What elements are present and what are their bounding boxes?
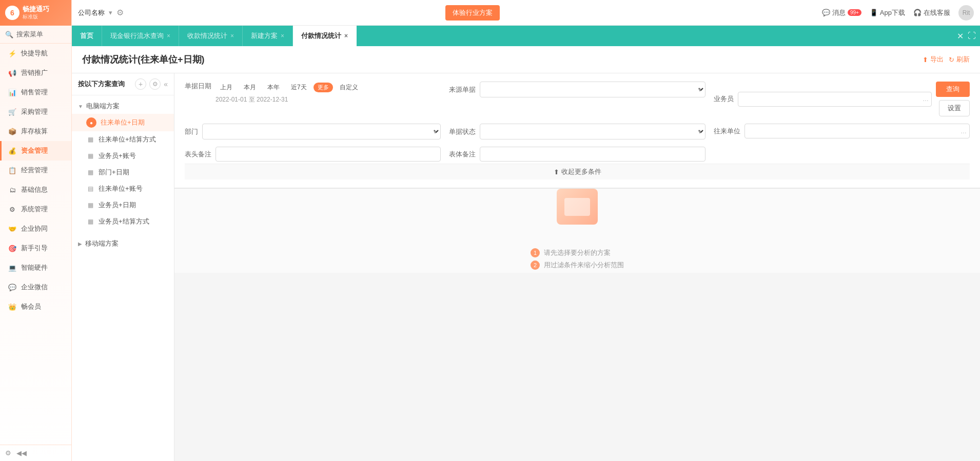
company-dropdown-icon[interactable]: ▾ [109, 9, 112, 16]
staff-dots: … [923, 95, 929, 103]
date-btn-this-year[interactable]: 本年 [263, 82, 284, 93]
table-body-note-label: 表体备注 [449, 150, 476, 159]
content-body: 按以下方案查询 + ⚙ « ▼ 电脑端方案 ● [72, 73, 980, 461]
query-area: 单据日期 上月 本月 本年 近7天 更多 自定义 [174, 73, 980, 188]
export-button[interactable]: ⬆ 导出 [923, 55, 944, 64]
scheme-group-desktop: ▼ 电脑端方案 ● 往来单位+日期 ▦ 往来单位+结算方式 ▦ 业务员+账号 [72, 95, 174, 233]
tab-close-collection-stats[interactable]: × [230, 32, 234, 39]
sidebar-item-wechat[interactable]: 💬 企业微信 [0, 277, 71, 297]
tab-bank-flow[interactable]: 现金银行流水查询 × [102, 26, 179, 46]
table-body-note-input[interactable] [480, 147, 705, 162]
scheme-add-button[interactable]: + [135, 78, 146, 90]
scheme-item-partner-date[interactable]: ● 往来单位+日期 [72, 114, 174, 131]
search-menu[interactable]: 🔍 搜索菜单 [0, 26, 71, 44]
user-avatar[interactable]: Rit [958, 5, 974, 21]
maximize-tab-icon[interactable]: ⛶ [968, 31, 976, 41]
scheme-panel-header: 按以下方案查询 + ⚙ « [72, 73, 174, 95]
partner-label: 往来单位 [714, 127, 740, 136]
scheme-group-desktop-header[interactable]: ▼ 电脑端方案 [72, 98, 174, 114]
tab-collection-stats[interactable]: 收款情况统计 × [179, 26, 243, 46]
sidebar-item-hardware[interactable]: 💻 智能硬件 [0, 258, 71, 277]
scheme-item-staff-date[interactable]: ▦ 业务员+日期 [72, 197, 174, 213]
tab-close-new-scheme[interactable]: × [281, 32, 284, 39]
scheme-item-active-icon: ● [86, 117, 96, 128]
scheme-item-staff-account[interactable]: ▦ 业务员+账号 [72, 148, 174, 164]
sidebar-item-quick-nav[interactable]: ⚡ 快捷导航 [0, 44, 71, 63]
sales-icon: 📊 [8, 88, 17, 97]
sidebar-item-basic-info[interactable]: 🗂 基础信息 [0, 180, 71, 199]
partner-filter-group: 往来单位 … [714, 124, 970, 138]
source-voucher-select[interactable] [480, 82, 705, 97]
collapse-sidebar-icon[interactable]: ◀◀ [16, 449, 27, 457]
operation-icon: 📋 [8, 166, 17, 175]
guide-icon: 🎯 [8, 244, 17, 253]
scheme-collapse-button[interactable]: « [164, 80, 168, 88]
scheme-item-partner-settlement[interactable]: ▦ 往来单位+结算方式 [72, 131, 174, 148]
refresh-icon: ↻ [949, 56, 954, 64]
settings-footer-icon[interactable]: ⚙ [5, 449, 11, 457]
message-action[interactable]: 💬 消息 99+ [822, 8, 861, 17]
table-header-note-input[interactable] [215, 147, 441, 162]
finance-icon: 💰 [8, 146, 17, 155]
close-tab-icon[interactable]: ✕ [957, 31, 964, 41]
date-more-button[interactable]: 更多 [313, 83, 333, 92]
tab-payment-stats[interactable]: 付款情况统计 × [293, 26, 357, 46]
settings-button[interactable]: 设置 [939, 100, 970, 116]
staff-input[interactable] [738, 92, 932, 107]
empty-illustration [546, 189, 608, 240]
scheme-item-dept-date[interactable]: ▦ 部门+日期 [72, 164, 174, 181]
topbar-right: 💬 消息 99+ 📱 App下载 🎧 在线客服 Rit [822, 5, 974, 21]
date-btn-custom[interactable]: 自定义 [335, 82, 363, 93]
sidebar-item-member[interactable]: 👑 畅会员 [0, 297, 71, 316]
scheme-item-partner-account[interactable]: ▤ 往来单位+账号 [72, 181, 174, 197]
sidebar-item-guide[interactable]: 🎯 新手引导 [0, 238, 71, 258]
sidebar-item-finance[interactable]: 💰 资金管理 [0, 141, 71, 161]
search-icon: 🔍 [5, 31, 13, 38]
system-icon: ⚙ [8, 205, 17, 214]
sidebar-item-operation[interactable]: 📋 经营管理 [0, 161, 71, 180]
scheme-icons: + ⚙ « [135, 78, 168, 90]
refresh-button[interactable]: ↻ 刷新 [949, 55, 970, 64]
scheme-group-mobile-header[interactable]: ▶ 移动端方案 [72, 236, 174, 251]
voucher-status-select[interactable] [480, 124, 705, 139]
main-content: 公司名称 ▾ ⚙ 体验行业方案 💬 消息 99+ 📱 App下载 🎧 在线客服 … [72, 0, 980, 461]
scheme-item-icon-5: ▦ [86, 201, 94, 209]
scheme-group-mobile: ▶ 移动端方案 [72, 233, 174, 254]
staff-filter-with-btns: 业务员 … 查询 设置 [714, 82, 970, 116]
hardware-icon: 💻 [8, 263, 17, 272]
partner-input[interactable] [744, 124, 970, 138]
sidebar-item-marketing[interactable]: 📢 营销推广 [0, 63, 71, 83]
scheme-item-icon-6: ▦ [86, 217, 94, 226]
date-btn-last-month[interactable]: 上月 [215, 82, 237, 93]
date-btn-last-7days[interactable]: 近7天 [286, 82, 311, 93]
tab-close-bank-flow[interactable]: × [167, 32, 170, 39]
tab-home[interactable]: 首页 [72, 26, 102, 46]
app-download-icon: 📱 [870, 9, 878, 16]
dept-filter-group: 部门 [185, 124, 441, 139]
collapse-more-button[interactable]: ⬆ 收起更多条件 [185, 164, 970, 179]
sidebar-item-purchase[interactable]: 🛒 采购管理 [0, 102, 71, 122]
sidebar-item-system[interactable]: ⚙ 系统管理 [0, 199, 71, 219]
topbar-settings-icon[interactable]: ⚙ [116, 8, 124, 17]
sidebar-item-enterprise[interactable]: 🤝 企业协同 [0, 219, 71, 238]
date-shortcuts: 上月 本月 本年 近7天 更多 自定义 [215, 82, 363, 93]
voucher-status-filter-group: 单据状态 [449, 124, 705, 139]
app-download-action[interactable]: 📱 App下载 [870, 8, 905, 17]
tab-close-payment-stats[interactable]: × [344, 32, 348, 39]
table-header-note-wrapper [215, 147, 441, 162]
scheme-settings-button[interactable]: ⚙ [149, 78, 161, 90]
query-button[interactable]: 查询 [936, 82, 970, 97]
topbar-trial-btn[interactable]: 体验行业方案 [445, 5, 500, 21]
sidebar-item-inventory[interactable]: 📦 库存核算 [0, 122, 71, 141]
empty-hints: 1 请先选择要分析的方案 2 用过滤条件来缩小分析范围 [531, 248, 624, 273]
tab-new-scheme[interactable]: 新建方案 × [243, 26, 293, 46]
scheme-item-staff-settlement[interactable]: ▦ 业务员+结算方式 [72, 213, 174, 230]
quick-nav-icon: ⚡ [8, 49, 17, 58]
sidebar-item-sales[interactable]: 📊 销售管理 [0, 83, 71, 102]
dept-select[interactable] [202, 124, 441, 139]
date-btn-this-month[interactable]: 本月 [239, 82, 261, 93]
page-content: 付款情况统计(往来单位+日期) ⬆ 导出 ↻ 刷新 按以下方案查询 [72, 46, 980, 461]
customer-service-action[interactable]: 🎧 在线客服 [913, 8, 950, 17]
voucher-date-label: 单据日期 [185, 82, 211, 91]
table-header-note-label: 表头备注 [185, 150, 211, 159]
